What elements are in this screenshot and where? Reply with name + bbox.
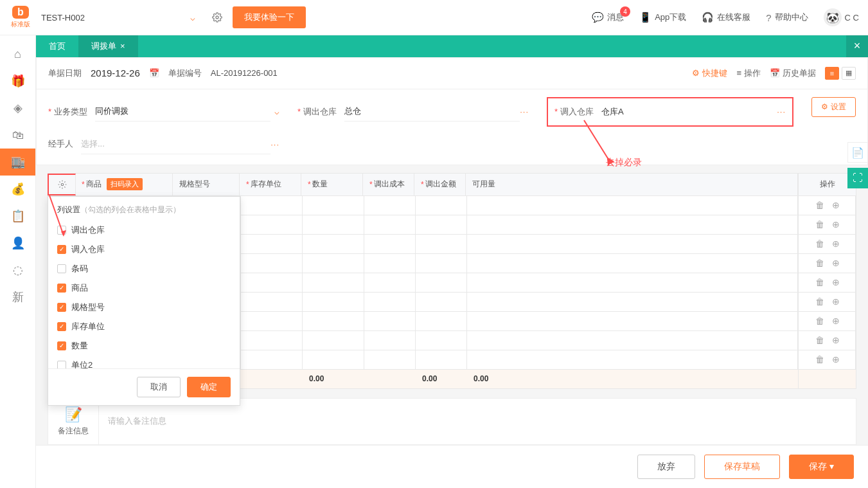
save-button[interactable]: 保存 ▾ <box>789 455 854 479</box>
gear-icon[interactable] <box>212 12 222 23</box>
date-value[interactable]: 2019-12-26 <box>91 68 140 78</box>
column-checkbox-item[interactable]: ✓调入仓库 <box>57 240 231 259</box>
handler-field[interactable]: 经手人 选择... ··· <box>48 134 279 154</box>
checkbox-icon[interactable] <box>57 264 66 273</box>
help-link[interactable]: ? 帮助中心 <box>766 12 808 23</box>
add-icon[interactable]: ⊕ <box>832 219 840 230</box>
add-icon[interactable]: ⊕ <box>832 316 840 326</box>
checkbox-label: 条码 <box>71 263 88 275</box>
remark-label: 备注信息 <box>58 426 89 437</box>
sidebar-warehouse-icon[interactable]: 🏬 <box>0 149 35 176</box>
foot-available: 0.00 <box>467 370 798 388</box>
checkbox-icon[interactable]: ✓ <box>57 303 66 312</box>
ok-button[interactable]: 确定 <box>187 377 231 397</box>
main: 首页 调拨单 × × 单据日期 2019-12-26 📅 单据编号 AL-201… <box>36 35 868 488</box>
popup-actions: 取消 确定 <box>48 368 240 405</box>
column-checkbox-item[interactable]: ✓数量 <box>57 336 231 356</box>
help-icon: ? <box>766 12 771 23</box>
sidebar-bag-icon[interactable]: 🛍 <box>0 122 35 149</box>
checkbox-icon[interactable]: ✓ <box>57 284 66 293</box>
message-icon: 💬 <box>592 12 604 23</box>
cancel-button[interactable]: 取消 <box>137 377 181 397</box>
column-checkbox-item[interactable]: 调出仓库 <box>57 221 231 240</box>
to-wh-field[interactable]: * 调入仓库 仓库A ··· <box>547 97 793 127</box>
store-selector[interactable]: TEST-H002 ⌵ <box>41 8 202 27</box>
history-link[interactable]: 📅 历史单据 <box>770 68 816 79</box>
sidebar-new-icon[interactable]: 新 <box>0 284 35 311</box>
tab-home[interactable]: 首页 <box>36 35 78 57</box>
table: *商品扫码录入 规格型号 *库存单位 *数量 *调出成本 *调出金额 可用量 操… <box>48 173 856 389</box>
checkbox-icon[interactable]: ✓ <box>57 322 66 331</box>
sidebar-clipboard-icon[interactable]: 📋 <box>0 203 35 230</box>
checkbox-icon[interactable]: ✓ <box>57 245 66 254</box>
checkbox-label: 单位2 <box>71 359 93 368</box>
messages-link[interactable]: 💬 消息 4 <box>592 12 624 23</box>
save-draft-button[interactable]: 保存草稿 <box>704 455 780 479</box>
right-rail: 📄 ⛶ <box>847 142 868 188</box>
column-checkbox-item[interactable]: ✓库存单位 <box>57 317 231 336</box>
delete-icon[interactable]: 🗑 <box>815 354 824 365</box>
column-checkbox-item[interactable]: ✓商品 <box>57 278 231 298</box>
delete-icon[interactable]: 🗑 <box>815 239 824 249</box>
checkbox-label: 调出仓库 <box>71 224 105 236</box>
column-checkbox-item[interactable]: ✓规格型号 <box>57 298 231 317</box>
column-checkbox-item[interactable]: 条码 <box>57 259 231 278</box>
sidebar-circle-icon[interactable]: ◌ <box>0 257 35 284</box>
sidebar-tag-icon[interactable]: ◈ <box>0 95 35 122</box>
logo-icon: b <box>12 6 29 19</box>
online-service-link[interactable]: 🎧 在线客服 <box>702 12 750 23</box>
delete-icon[interactable]: 🗑 <box>815 316 824 326</box>
view-list-icon[interactable]: ≡ <box>825 67 839 80</box>
messages-badge: 4 <box>620 6 630 17</box>
add-icon[interactable]: ⊕ <box>832 200 840 210</box>
checkbox-icon[interactable]: ✓ <box>57 341 66 350</box>
calendar-icon[interactable]: 📅 <box>149 68 159 78</box>
user-menu[interactable]: 🐼 C C <box>824 8 859 26</box>
delete-icon[interactable]: 🗑 <box>815 296 824 307</box>
checkbox-icon[interactable] <box>57 226 66 235</box>
checkbox-label: 调入仓库 <box>71 244 105 255</box>
add-icon[interactable]: ⊕ <box>832 277 840 287</box>
more-icon[interactable]: ··· <box>270 140 279 149</box>
delete-icon[interactable]: 🗑 <box>815 277 824 287</box>
scan-badge[interactable]: 扫码录入 <box>107 178 143 190</box>
sidebar-contact-icon[interactable]: 👤 <box>0 230 35 257</box>
delete-icon[interactable]: 🗑 <box>815 258 824 268</box>
rail-note-icon[interactable]: 📄 <box>847 142 868 163</box>
more-icon[interactable]: ··· <box>520 107 529 116</box>
app-download-link[interactable]: 📱 App下载 <box>639 12 686 23</box>
checkbox-icon[interactable] <box>57 361 66 368</box>
rail-expand-icon[interactable]: ⛶ <box>847 168 868 188</box>
chevron-down-icon[interactable]: ⌵ <box>274 107 279 116</box>
column-checkbox-item[interactable]: 单位2 <box>57 356 231 368</box>
shortcut-link[interactable]: ⚙ 快捷键 <box>692 68 727 79</box>
sidebar-money-icon[interactable]: 💰 <box>0 176 35 203</box>
add-icon[interactable]: ⊕ <box>832 258 840 268</box>
top-header: b 标准版 TEST-H002 ⌵ 我要体验一下 💬 消息 4 📱 App下载 … <box>0 0 868 35</box>
foot-amount: 0.00 <box>416 370 467 388</box>
tab-transfer[interactable]: 调拨单 × <box>78 35 138 57</box>
add-icon[interactable]: ⊕ <box>832 239 840 249</box>
ops-link[interactable]: ≡ 操作 <box>736 68 761 79</box>
delete-icon[interactable]: 🗑 <box>815 335 824 345</box>
close-icon[interactable]: × <box>120 41 125 51</box>
discard-button[interactable]: 放弃 <box>637 455 695 479</box>
popup-list[interactable]: 调出仓库✓调入仓库条码✓商品✓规格型号✓库存单位✓数量单位2 <box>48 221 240 368</box>
add-icon[interactable]: ⊕ <box>832 296 840 307</box>
try-button[interactable]: 我要体验一下 <box>233 6 306 28</box>
sidebar-home-icon[interactable]: ⌂ <box>0 41 35 68</box>
more-icon[interactable]: ··· <box>777 107 786 116</box>
from-wh-field[interactable]: * 调出仓库 总仓 ··· <box>297 97 529 127</box>
form-section: * 业务类型 同价调拨 ⌵ * 调出仓库 总仓 ··· * 调入仓库 仓库A ·… <box>36 89 868 165</box>
add-icon[interactable]: ⊕ <box>832 335 840 345</box>
biz-type-field[interactable]: * 业务类型 同价调拨 ⌵ <box>48 97 279 127</box>
sidebar-gift-icon[interactable]: 🎁 <box>0 68 35 95</box>
col-settings-gear-icon[interactable] <box>48 174 76 195</box>
delete-icon[interactable]: 🗑 <box>815 200 824 210</box>
tabs-close-all[interactable]: × <box>846 35 868 57</box>
delete-icon[interactable]: 🗑 <box>815 219 824 230</box>
view-grid-icon[interactable]: ▦ <box>842 67 856 80</box>
setting-button[interactable]: ⚙ 设置 <box>811 97 856 117</box>
add-icon[interactable]: ⊕ <box>832 354 840 365</box>
tab-home-label: 首页 <box>49 41 66 52</box>
